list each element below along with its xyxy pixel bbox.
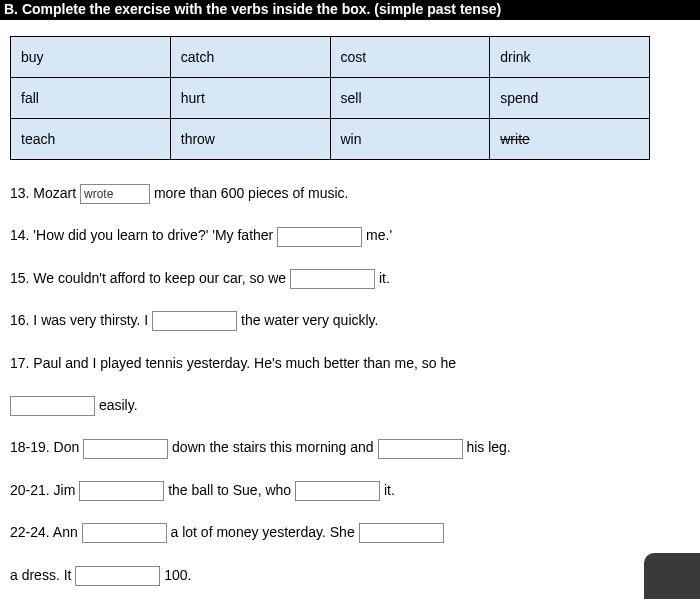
verb-cell: spend [490,78,650,119]
q18-pre: 18-19. Don [10,439,83,455]
answer-input-18[interactable] [83,439,168,459]
q16-pre: 16. I was very thirsty. I [10,312,152,328]
q14-post: me.' [362,227,392,243]
content-area: buy catch cost drink fall hurt sell spen… [0,20,700,586]
table-row: teach throw win write [11,119,650,160]
question-14: 14. 'How did you learn to drive?' 'My fa… [10,224,690,246]
question-17a: 17. Paul and I played tennis yesterday. … [10,352,690,374]
answer-input-20[interactable] [79,481,164,501]
answer-input-19[interactable] [378,439,463,459]
answer-input-24[interactable] [75,566,160,586]
answer-input-14[interactable] [277,227,362,247]
answer-input-21[interactable] [295,481,380,501]
answer-input-22[interactable] [82,523,167,543]
verb-box-table: buy catch cost drink fall hurt sell spen… [10,36,650,160]
q20-mid: the ball to Sue, who [164,482,295,498]
q13-post: more than 600 pieces of music. [150,185,348,201]
question-22-24b: a dress. It 100. [10,564,690,586]
exercise-title: B. Complete the exercise with the verbs … [0,0,700,20]
q20-post: it. [380,482,395,498]
table-row: fall hurt sell spend [11,78,650,119]
q18-mid: down the stairs this morning and [168,439,377,455]
verb-cell: write [490,119,650,160]
q20-pre: 20-21. Jim [10,482,79,498]
corner-widget[interactable] [644,553,700,599]
verb-cell: win [330,119,490,160]
answer-input-16[interactable] [152,311,237,331]
question-20-21: 20-21. Jim the ball to Sue, who it. [10,479,690,501]
question-13: 13. Mozart wrote more than 600 pieces of… [10,182,690,204]
verb-cell: hurt [170,78,330,119]
q22-pre: 22-24. Ann [10,524,82,540]
q16-post: the water very quickly. [237,312,378,328]
question-22-24a: 22-24. Ann a lot of money yesterday. She [10,521,690,543]
q13-pre: 13. Mozart [10,185,80,201]
verb-cell: catch [170,37,330,78]
question-15: 15. We couldn't afford to keep our car, … [10,267,690,289]
answer-input-15[interactable] [290,269,375,289]
q24-post: 100. [160,567,191,583]
q24-pre: a dress. It [10,567,75,583]
q17-text: 17. Paul and I played tennis yesterday. … [10,355,456,371]
table-row: buy catch cost drink [11,37,650,78]
answer-input-17[interactable] [10,396,95,416]
q17-post: easily. [95,397,138,413]
answer-input-13[interactable]: wrote [80,184,150,204]
verb-cell: drink [490,37,650,78]
q15-pre: 15. We couldn't afford to keep our car, … [10,270,290,286]
verb-cell: teach [11,119,171,160]
question-18-19: 18-19. Don down the stairs this morning … [10,436,690,458]
verb-cell: cost [330,37,490,78]
question-17b: easily. [10,394,690,416]
q15-post: it. [375,270,390,286]
q14-pre: 14. 'How did you learn to drive?' 'My fa… [10,227,277,243]
verb-cell: buy [11,37,171,78]
verb-cell: throw [170,119,330,160]
answer-input-23[interactable] [359,523,444,543]
verb-cell: fall [11,78,171,119]
q18-post: his leg. [463,439,511,455]
question-16: 16. I was very thirsty. I the water very… [10,309,690,331]
q22-mid: a lot of money yesterday. She [167,524,359,540]
verb-cell: sell [330,78,490,119]
